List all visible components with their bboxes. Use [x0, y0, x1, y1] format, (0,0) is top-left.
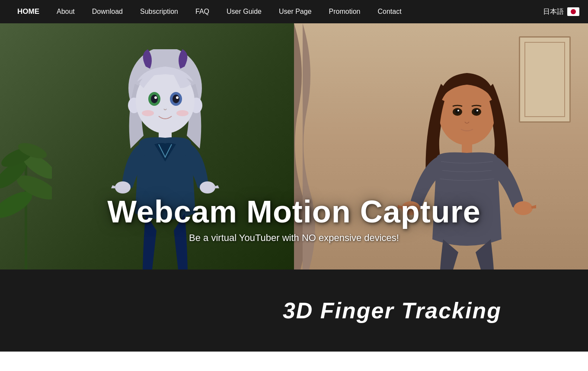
nav-links: HOME About Download Subscription FAQ Use…: [9, 0, 543, 23]
nav-item-contact[interactable]: Contact: [369, 0, 410, 23]
svg-point-13: [151, 95, 158, 103]
nav-item-user-page[interactable]: User Page: [270, 0, 320, 23]
svg-point-18: [176, 110, 189, 116]
svg-point-28: [457, 110, 459, 111]
nav-item-user-guide[interactable]: User Guide: [218, 0, 270, 23]
nav-item-about[interactable]: About: [48, 0, 83, 23]
hero-title: Webcam Motion Capture: [0, 195, 588, 229]
svg-point-29: [476, 110, 478, 111]
svg-point-15: [154, 96, 157, 99]
nav-item-subscription[interactable]: Subscription: [131, 0, 187, 23]
svg-point-16: [176, 96, 179, 99]
svg-point-20: [115, 181, 131, 193]
nav-item-promotion[interactable]: Promotion: [320, 0, 369, 23]
svg-point-27: [474, 109, 479, 114]
nav-item-download[interactable]: Download: [83, 0, 131, 23]
language-selector[interactable]: 日本語: [543, 7, 579, 16]
finger-tracking-section: 3D Finger Tracking: [0, 270, 588, 352]
svg-point-21: [200, 181, 215, 193]
finger-tracking-title: 3D Finger Tracking: [283, 298, 502, 323]
svg-point-26: [455, 109, 460, 114]
about-section: About: [0, 352, 588, 371]
navbar: HOME About Download Subscription FAQ Use…: [0, 0, 588, 23]
hero-text-overlay: Webcam Motion Capture Be a virtual YouTu…: [0, 195, 588, 244]
nav-item-faq[interactable]: FAQ: [187, 0, 218, 23]
japan-flag-icon: [567, 7, 579, 16]
svg-point-23: [439, 83, 495, 145]
about-heading: About: [254, 369, 334, 371]
plant-decoration: [0, 118, 52, 270]
nav-item-home[interactable]: HOME: [9, 0, 48, 23]
svg-point-17: [142, 110, 154, 116]
svg-point-14: [173, 95, 179, 103]
hero-section: Webcam Motion Capture Be a virtual YouTu…: [0, 23, 588, 270]
hero-subtitle: Be a virtual YouTuber with NO expensive …: [0, 232, 588, 244]
lang-label: 日本語: [543, 7, 564, 16]
